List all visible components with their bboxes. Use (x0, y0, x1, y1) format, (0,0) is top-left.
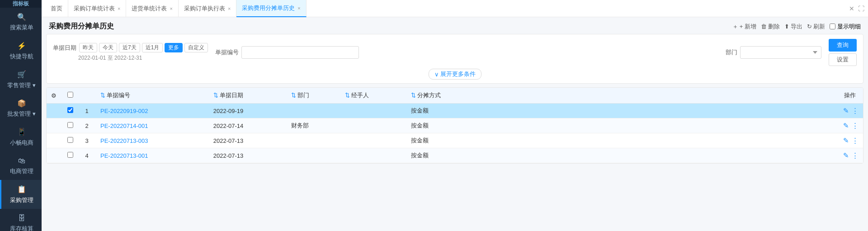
expand-more-button[interactable]: ∨ 展开更多条件 (429, 69, 481, 80)
date-btn-近7天[interactable]: 近7天 (119, 43, 140, 52)
row-gear-3 (47, 148, 63, 163)
row-bill-no-3: PE-20220713-001 (96, 148, 209, 163)
mobile-icon: 📱 (17, 127, 26, 137)
tab-home[interactable]: 首页 (45, 0, 68, 17)
show-columns-toggle[interactable]: 显示明细 (830, 23, 861, 31)
row-split-method-3: 按金额 (406, 148, 815, 163)
row-edit-icon-1[interactable]: ✎ (843, 122, 849, 130)
row-edit-icon-2[interactable]: ✎ (843, 137, 849, 145)
sidebar-item-wholesale[interactable]: 📦批发管理 ▾ (0, 94, 42, 123)
tab-close-purchase-order-exec[interactable]: × (228, 6, 231, 11)
tab-purchase-goods-stat[interactable]: 进货单统计表× (126, 0, 178, 17)
row-check-3[interactable] (67, 152, 73, 158)
tab-purchase-order-stat[interactable]: 采购订单统计表× (68, 0, 126, 17)
tab-label-purchase-cost-split: 采购费用分摊单历史 (242, 4, 295, 12)
table-header-checkbox[interactable] (63, 88, 78, 104)
row-dept-2 (287, 133, 340, 148)
date-btn-自定义[interactable]: 自定义 (184, 43, 208, 52)
date-btn-今天[interactable]: 今天 (99, 43, 117, 52)
filter-settings-button[interactable]: 设置 (829, 53, 857, 66)
sidebar-item-inventory[interactable]: 🗄库存核算 (0, 209, 42, 231)
sidebar-item-search[interactable]: 🔍搜索菜单 (0, 8, 42, 37)
row-edit-icon-3[interactable]: ✎ (843, 151, 849, 160)
tab-close-purchase-order-stat[interactable]: × (118, 6, 120, 11)
tab-close-purchase-cost-split[interactable]: × (297, 5, 300, 11)
row-split-method-1: 按金额 (406, 118, 815, 133)
row-checkbox-2[interactable] (63, 133, 78, 148)
tab-label-home: 首页 (51, 5, 62, 13)
table-row: 4 PE-20220713-001 2022-07-13 按金额 ✎ ⋮ (47, 148, 863, 163)
sidebar-item-retail[interactable]: 🛒零售管理 ▾ (0, 65, 42, 94)
ecom-icon: 🛍 (18, 156, 25, 166)
export-button[interactable]: ⬆ 导出 (784, 23, 802, 31)
date-filter-buttons: 昨天今天近7天近1月更多自定义 (79, 43, 208, 52)
sidebar-item-ecom[interactable]: 🛍电商管理 (0, 151, 42, 180)
date-filter-top: 单据日期 昨天今天近7天近1月更多自定义 (53, 43, 208, 52)
date-btn-昨天[interactable]: 昨天 (79, 43, 97, 52)
table-row: 3 PE-20220713-003 2022-07-13 按金额 ✎ ⋮ (47, 133, 863, 148)
tab-close-purchase-goods-stat[interactable]: × (170, 6, 172, 11)
row-actions-2: ✎ ⋮ (815, 133, 863, 148)
row-edit-icon-0[interactable]: ✎ (843, 107, 849, 115)
export-icon: ⬆ (784, 23, 789, 30)
tab-label-purchase-order-exec: 采购订单执行表 (184, 5, 225, 13)
row-more-icon-2[interactable]: ⋮ (852, 137, 859, 145)
row-actions-1: ✎ ⋮ (815, 118, 863, 133)
row-bill-no-0: PE-20220919-002 (96, 104, 209, 118)
table-row: 1 PE-20220919-002 2022-09-19 按金额 ✎ ⋮ (47, 104, 863, 118)
date-btn-更多[interactable]: 更多 (165, 43, 183, 52)
bill-no-link-1[interactable]: PE-20220714-001 (100, 123, 148, 129)
content-area: 采购费用分摊单历史 ＋ + 新增 🗑 删除 ⬆ 导出 ↻ 刷新 (42, 17, 868, 231)
bill-no-input[interactable] (241, 46, 359, 59)
date-btn-近1月[interactable]: 近1月 (142, 43, 163, 52)
sidebar-item-quick-nav[interactable]: ⚡快捷导航 (0, 37, 42, 66)
sort-icon: ⇅ (100, 92, 105, 99)
row-handler-2 (340, 133, 406, 148)
row-check-0[interactable] (67, 107, 73, 113)
add-button[interactable]: ＋ + 新增 (732, 23, 756, 31)
row-checkbox-1[interactable] (63, 118, 78, 133)
query-button[interactable]: 查询 (829, 39, 857, 52)
select-all-checkbox[interactable] (67, 92, 73, 98)
row-dept-3 (287, 148, 340, 163)
row-actions-0: ✎ ⋮ (815, 104, 863, 118)
row-more-icon-1[interactable]: ⋮ (852, 122, 859, 130)
row-num-1: 2 (78, 118, 96, 133)
row-checkbox-3[interactable] (63, 148, 78, 163)
refresh-button[interactable]: ↻ 刷新 (807, 23, 825, 31)
fullscreen-icon[interactable]: ⛶ (858, 5, 864, 12)
add-label: + 新增 (740, 23, 756, 31)
bill-no-link-3[interactable]: PE-20220713-001 (100, 152, 148, 159)
bill-no-link-2[interactable]: PE-20220713-003 (100, 137, 148, 144)
dept-filter-group: 部门 (726, 46, 821, 59)
chevron-down-icon: ∨ (434, 71, 439, 78)
row-check-1[interactable] (67, 122, 73, 128)
tab-purchase-order-exec[interactable]: 采购订单执行表× (179, 0, 236, 17)
sidebar-item-purchase[interactable]: 📋采购管理 (0, 180, 42, 209)
table-header-handler: ⇅经手人 (340, 88, 406, 104)
tab-purchase-cost-split[interactable]: 采购费用分摊单历史× (236, 0, 306, 17)
filter-bar: 单据日期 昨天今天近7天近1月更多自定义 2022-01-01 至 2022-1… (46, 34, 863, 84)
dept-select[interactable] (740, 46, 821, 59)
sort-icon-dept: ⇅ (291, 92, 296, 99)
delete-icon: 🗑 (761, 23, 767, 30)
bill-no-link-0[interactable]: PE-20220919-002 (100, 108, 148, 114)
export-label: 导出 (791, 23, 802, 31)
data-table-wrapper: ⚙ ⇅单据编号 ⇅单据日期 ⇅部门 ⇅经手人 (46, 87, 863, 164)
bill-no-filter-group: 单据编号 (215, 46, 718, 59)
show-columns-checkbox[interactable] (830, 24, 835, 29)
sidebar-label-mobile: 小畅电商 (10, 139, 33, 147)
close-icon[interactable]: ✕ (849, 5, 854, 12)
row-more-icon-0[interactable]: ⋮ (852, 107, 859, 115)
table-header-bill-no: ⇅单据编号 (96, 88, 209, 104)
sort-icon-date: ⇅ (213, 92, 218, 99)
delete-button[interactable]: 🗑 删除 (761, 23, 780, 31)
row-more-icon-3[interactable]: ⋮ (852, 151, 859, 160)
tabbar-actions: ✕ ⛶ (849, 5, 864, 12)
table-header-settings[interactable]: ⚙ (47, 88, 63, 104)
sidebar-item-mobile[interactable]: 📱小畅电商 (0, 123, 42, 151)
row-checkbox-0[interactable] (63, 104, 78, 118)
expand-label: 展开更多条件 (440, 70, 476, 78)
row-num-0: 1 (78, 104, 96, 118)
row-check-2[interactable] (67, 137, 73, 143)
